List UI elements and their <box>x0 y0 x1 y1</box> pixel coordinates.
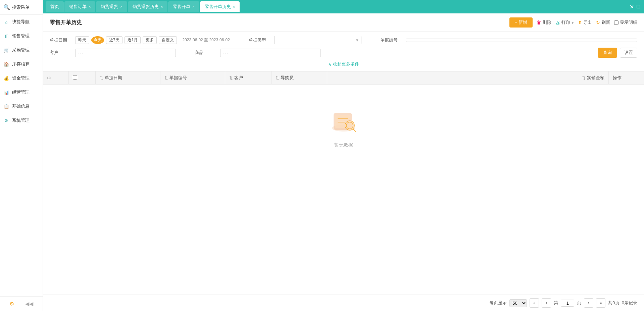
settings-button[interactable]: ⚙ <box>9 301 14 307</box>
ops-icon: 📊 <box>3 89 9 95</box>
th-customer: ⇅ 客户 <box>225 71 271 85</box>
tab-retail-open-history-close[interactable]: × <box>233 5 235 9</box>
data-table: ⚙ ⇅ 单据日期 <box>43 71 644 85</box>
page-input[interactable] <box>561 300 574 307</box>
sidebar-item-purchase-mgmt[interactable]: 🛒 采购管理 <box>0 43 43 57</box>
sidebar-item-sales-mgmt[interactable]: ◧ 销售管理 <box>0 29 43 43</box>
tab-sales-return-history[interactable]: 销货退货历史 × <box>128 1 167 12</box>
first-page-button[interactable]: « <box>530 298 539 308</box>
sidebar-item-base-info[interactable]: 📋 基础信息 <box>0 99 43 113</box>
sidebar-footer: ⚙ ◀◀ <box>0 296 43 311</box>
close-all-icon[interactable]: ✕ <box>630 4 634 10</box>
table-area: ⚙ ⇅ 单据日期 <box>43 71 644 295</box>
refresh-label: 刷新 <box>601 19 610 25</box>
th-settings[interactable]: ⚙ <box>43 71 69 85</box>
sidebar-item-ops-mgmt[interactable]: 📊 经营管理 <box>0 85 43 99</box>
sidebar: 🔍 搜索采单 ⌂ 快捷导航 ◧ 销售管理 🛒 采购管理 🏠 库存核算 💰 资金管… <box>0 0 43 311</box>
add-button[interactable]: + 新增 <box>509 17 533 28</box>
sidebar-item-finance[interactable]: 💰 资金管理 <box>0 71 43 85</box>
purchase-icon: 🛒 <box>3 47 9 53</box>
tab-home[interactable]: 首页 <box>46 1 64 12</box>
type-label: 单据类型 <box>249 37 269 43</box>
print-arrow-icon: ▾ <box>572 20 574 25</box>
delete-button[interactable]: 🗑 删除 <box>537 19 551 25</box>
customer-label: 客户 <box>50 50 70 56</box>
tab-retail-open-history-label: 零售开单历史 <box>205 4 231 10</box>
toolbar: + 新增 🗑 删除 🖨 打印 ▾ ⬆ 导出 ↻ 刷新 <box>509 17 637 28</box>
tab-sales-return[interactable]: 销货退货 × <box>96 1 127 12</box>
collapse-button[interactable]: ∧ 收起更多条件 <box>50 61 637 67</box>
last-page-button[interactable]: » <box>596 298 605 308</box>
goods-input[interactable]: ··· <box>220 49 321 57</box>
collapse-icon: ∧ <box>328 62 332 67</box>
refresh-icon: ↻ <box>596 20 600 25</box>
empty-state: 暂无数据 <box>43 85 644 168</box>
th-actual-amount: ⇅ 实销金额 <box>327 71 608 85</box>
page-header: 零售开单历史 + 新增 🗑 删除 🖨 打印 ▾ ⬆ 导出 ↻ <box>43 13 644 32</box>
export-label: 导出 <box>583 19 592 25</box>
type-select[interactable]: ▾ <box>274 36 361 44</box>
th-date: ⇅ 单据日期 <box>95 71 160 85</box>
refresh-button[interactable]: ↻ 刷新 <box>596 19 610 25</box>
select-all-checkbox[interactable] <box>73 75 77 80</box>
restore-icon[interactable]: □ <box>637 4 640 10</box>
base-icon: 📋 <box>3 103 9 109</box>
display-detail-checkbox[interactable]: 显示明细 <box>614 19 637 25</box>
sidebar-search[interactable]: 🔍 搜索采单 <box>0 0 43 15</box>
collapse-button[interactable]: ◀◀ <box>25 301 33 307</box>
sort-icon-customer: ⇅ <box>229 75 233 81</box>
export-button[interactable]: ⬆ 导出 <box>578 19 592 25</box>
tab-sales-order-close[interactable]: × <box>89 5 91 9</box>
tab-sales-order[interactable]: 销售订单 × <box>64 1 95 12</box>
display-detail-label: 显示明细 <box>620 19 637 25</box>
date-btn-yesterday[interactable]: 昨天 <box>75 36 89 44</box>
th-salesperson-label: 导购员 <box>281 75 294 81</box>
th-order-no-label: 单据编号 <box>169 75 187 81</box>
query-button[interactable]: 查询 <box>598 48 617 58</box>
customer-input[interactable]: ··· <box>75 49 176 57</box>
date-btn-more[interactable]: 更多 <box>143 36 157 44</box>
th-customer-label: 客户 <box>234 75 243 81</box>
print-button[interactable]: 🖨 打印 ▾ <box>555 19 574 25</box>
per-page-select[interactable]: 50 100 200 <box>509 299 527 307</box>
tabbar-actions: ✕ □ <box>630 4 641 10</box>
th-order-no: ⇅ 单据编号 <box>160 71 225 85</box>
sidebar-item-label: 采购管理 <box>12 47 30 53</box>
main-area: 首页 销售订单 × 销货退货 × 销货退货历史 × 零售开单 × 零售开单历史 … <box>43 0 644 311</box>
sidebar-item-label: 系统管理 <box>12 117 30 123</box>
tab-sales-return-label: 销货退货 <box>101 4 118 10</box>
tab-sales-return-close[interactable]: × <box>120 5 122 9</box>
settings-btn[interactable]: 设置 <box>620 48 637 58</box>
sidebar-item-inventory[interactable]: 🏠 库存核算 <box>0 57 43 71</box>
date-btn-1month[interactable]: 近1月 <box>125 36 141 44</box>
date-btn-today[interactable]: 今天 <box>91 36 104 44</box>
tab-retail-open-close[interactable]: × <box>192 5 194 9</box>
delete-label: 删除 <box>543 19 551 25</box>
tab-sales-return-history-close[interactable]: × <box>161 5 163 9</box>
home-icon: ⌂ <box>3 19 9 25</box>
sort-icon-salesperson: ⇅ <box>276 75 279 81</box>
tab-retail-open-history[interactable]: 零售开单历史 × <box>200 1 240 12</box>
prev-page-button[interactable]: ‹ <box>542 298 551 308</box>
order-no-input[interactable] <box>406 39 637 42</box>
tab-retail-open[interactable]: 零售开单 × <box>168 1 199 12</box>
delete-icon: 🗑 <box>537 20 541 25</box>
sidebar-item-label: 经营管理 <box>12 89 30 95</box>
display-detail-input[interactable] <box>614 20 618 25</box>
date-btn-7days[interactable]: 近7天 <box>106 36 122 44</box>
total-info: 共0页, 0条记录 <box>608 300 637 306</box>
date-btn-custom[interactable]: 自定义 <box>159 36 177 44</box>
th-salesperson: ⇅ 导购员 <box>271 71 327 85</box>
table-header: ⚙ ⇅ 单据日期 <box>43 71 644 85</box>
sidebar-item-label: 库存核算 <box>12 61 30 67</box>
sidebar-item-sys-mgmt[interactable]: ⚙ 系统管理 <box>0 113 43 127</box>
th-date-label: 单据日期 <box>105 75 122 81</box>
sidebar-item-label: 基础信息 <box>12 103 30 109</box>
page-word: 第 <box>554 300 558 306</box>
sort-icon-order: ⇅ <box>164 75 168 81</box>
customer-dots: ··· <box>78 50 84 55</box>
next-page-button[interactable]: › <box>584 298 593 308</box>
th-checkbox <box>69 71 96 85</box>
sidebar-item-quick-nav[interactable]: ⌂ 快捷导航 <box>0 15 43 29</box>
print-icon: 🖨 <box>555 20 560 25</box>
